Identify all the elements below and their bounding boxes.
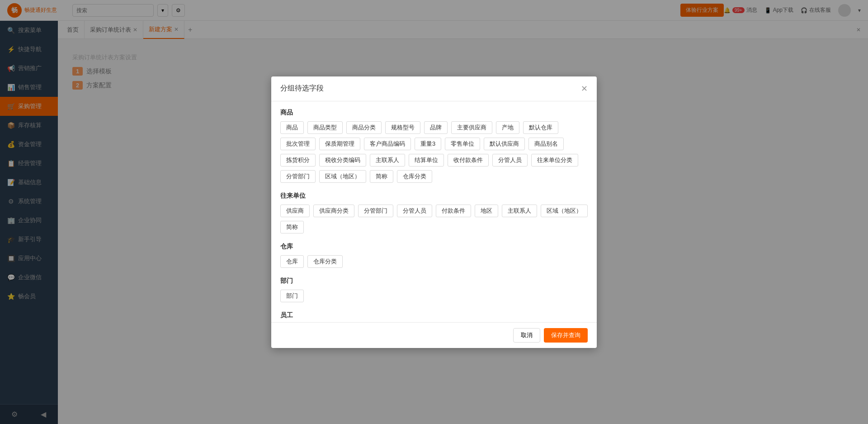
field-tag[interactable]: 地区 — [475, 205, 498, 217]
modal-title: 分组待选字段 — [280, 84, 324, 93]
field-tag[interactable]: 主联系人 — [502, 205, 537, 217]
field-section-title-product: 商品 — [280, 109, 588, 117]
field-tag[interactable]: 商品分类 — [346, 121, 382, 134]
field-tag[interactable]: 分管部门 — [358, 205, 393, 217]
field-section-partner: 往来单位供应商供应商分类分管部门分管人员付款条件地区主联系人区域（地区）简称 — [280, 192, 588, 233]
field-tag[interactable]: 简称 — [370, 170, 393, 183]
field-select-modal: 分组待选字段 ✕ 商品商品商品类型商品分类规格型号品牌主要供应商产地默认仓库批次… — [271, 76, 597, 348]
field-tag[interactable]: 保质期管理 — [319, 138, 360, 150]
field-tag[interactable]: 默认供应商 — [484, 138, 525, 150]
field-tag[interactable]: 商品类型 — [307, 121, 343, 134]
modal-overlay: 分组待选字段 ✕ 商品商品商品类型商品分类规格型号品牌主要供应商产地默认仓库批次… — [0, 0, 868, 424]
field-tag[interactable]: 重量3 — [415, 138, 441, 150]
field-tag[interactable]: 拣货积分 — [280, 154, 316, 167]
field-section-title-department: 部门 — [280, 277, 588, 285]
field-section-title-partner: 往来单位 — [280, 192, 588, 200]
field-tag[interactable]: 商品 — [280, 121, 304, 134]
field-tag[interactable]: 产地 — [496, 121, 519, 134]
field-tag[interactable]: 分管部门 — [280, 170, 316, 183]
field-tag[interactable]: 往来单位分类 — [531, 154, 578, 167]
field-tag[interactable]: 部门 — [280, 290, 304, 302]
field-tag[interactable]: 区域（地区） — [319, 170, 366, 183]
field-tag[interactable]: 零售单位 — [445, 138, 480, 150]
field-tag[interactable]: 税收分类编码 — [319, 154, 366, 167]
field-tag[interactable]: 结算单位 — [409, 154, 444, 167]
field-section-product: 商品商品商品类型商品分类规格型号品牌主要供应商产地默认仓库批次管理保质期管理客户… — [280, 109, 588, 183]
field-tag[interactable]: 仓库分类 — [307, 255, 343, 268]
field-section-title-employee: 员工 — [280, 311, 588, 319]
field-tag[interactable]: 客户商品编码 — [364, 138, 411, 150]
field-tag[interactable]: 规格型号 — [385, 121, 420, 134]
field-tags-warehouse: 仓库仓库分类 — [280, 255, 588, 268]
field-tag[interactable]: 收付款条件 — [448, 154, 489, 167]
field-tag[interactable]: 分管人员 — [397, 205, 432, 217]
modal-header: 分组待选字段 ✕ — [271, 76, 597, 101]
field-tag[interactable]: 仓库分类 — [397, 170, 432, 183]
field-section-warehouse: 仓库仓库仓库分类 — [280, 243, 588, 268]
cancel-button[interactable]: 取消 — [513, 328, 540, 343]
field-tag[interactable]: 商品别名 — [528, 138, 564, 150]
field-section-title-warehouse: 仓库 — [280, 243, 588, 251]
field-tag[interactable]: 付款条件 — [436, 205, 471, 217]
field-section-employee: 员工业务员 — [280, 311, 588, 322]
field-tag[interactable]: 默认仓库 — [523, 121, 558, 134]
field-tag[interactable]: 简称 — [280, 221, 304, 233]
field-section-department: 部门部门 — [280, 277, 588, 302]
field-tag[interactable]: 主联系人 — [370, 154, 405, 167]
modal-footer: 取消 保存并查询 — [271, 322, 597, 348]
field-tags-department: 部门 — [280, 290, 588, 302]
field-tag[interactable]: 区域（地区） — [541, 205, 588, 217]
field-tag[interactable]: 主要供应商 — [451, 121, 492, 134]
field-tags-partner: 供应商供应商分类分管部门分管人员付款条件地区主联系人区域（地区）简称 — [280, 205, 588, 233]
field-tag[interactable]: 品牌 — [424, 121, 448, 134]
field-tag[interactable]: 供应商分类 — [313, 205, 354, 217]
modal-body: 商品商品商品类型商品分类规格型号品牌主要供应商产地默认仓库批次管理保质期管理客户… — [271, 101, 597, 322]
field-tag[interactable]: 供应商 — [280, 205, 310, 217]
save-query-button[interactable]: 保存并查询 — [544, 328, 588, 343]
close-icon[interactable]: ✕ — [581, 84, 588, 94]
field-tags-product: 商品商品类型商品分类规格型号品牌主要供应商产地默认仓库批次管理保质期管理客户商品… — [280, 121, 588, 183]
field-tag[interactable]: 分管人员 — [492, 154, 528, 167]
field-tag[interactable]: 仓库 — [280, 255, 304, 268]
field-tag[interactable]: 批次管理 — [280, 138, 316, 150]
